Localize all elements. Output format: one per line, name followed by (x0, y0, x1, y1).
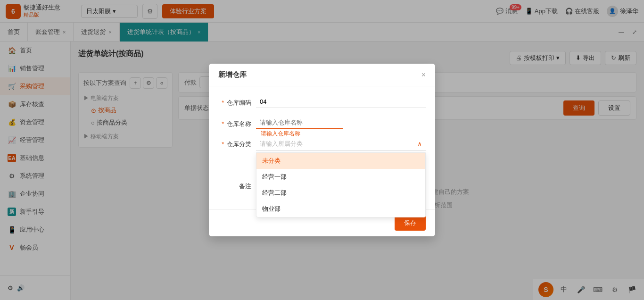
name-required-mark: * (222, 120, 224, 127)
form-row-category: * 仓库分类 请输入所属分类 ∧ 未分类 经营一部 经营二部 物业部 (218, 137, 426, 151)
code-label: * 仓库编码 (218, 96, 256, 107)
category-label: * 仓库分类 (218, 137, 256, 149)
form-row-code: * 仓库编码 (218, 96, 426, 108)
dialog-close-button[interactable]: × (421, 71, 426, 79)
category-wrapper: 请输入所属分类 ∧ 未分类 经营一部 经营二部 物业部 (256, 137, 426, 151)
dropdown-option-property[interactable]: 物业部 (256, 201, 425, 217)
dialog-overlay: 新增仓库 × * 仓库编码 * 仓库名称 (0, 0, 644, 300)
add-warehouse-dialog: 新增仓库 × * 仓库编码 * 仓库名称 (209, 64, 435, 236)
dropdown-option-unclassified[interactable]: 未分类 (256, 153, 425, 169)
dialog-body: * 仓库编码 * 仓库名称 请输入仓库名称 * (209, 86, 435, 209)
warehouse-code-input[interactable] (256, 96, 426, 108)
dialog-title: 新增仓库 (218, 70, 247, 79)
notes-label: 备注 (218, 179, 256, 191)
category-dropdown-list: 未分类 经营一部 经营二部 物业部 (256, 152, 426, 217)
category-chevron-icon: ∧ (417, 140, 422, 148)
code-required-mark: * (222, 99, 224, 106)
name-label: * 仓库名称 (218, 117, 256, 128)
dialog-header: 新增仓库 × (209, 64, 435, 86)
name-error-message: 请输入仓库名称 (261, 130, 300, 138)
save-button[interactable]: 保存 (395, 216, 426, 231)
category-dropdown-toggle[interactable]: 请输入所属分类 ∧ (256, 137, 426, 151)
category-placeholder: 请输入所属分类 (260, 140, 303, 148)
form-row-name: * 仓库名称 请输入仓库名称 (218, 117, 426, 129)
dropdown-option-dept2[interactable]: 经营二部 (256, 185, 425, 201)
category-required-mark: * (222, 141, 224, 148)
dropdown-option-dept1[interactable]: 经营一部 (256, 169, 425, 185)
warehouse-name-input[interactable] (256, 117, 343, 129)
